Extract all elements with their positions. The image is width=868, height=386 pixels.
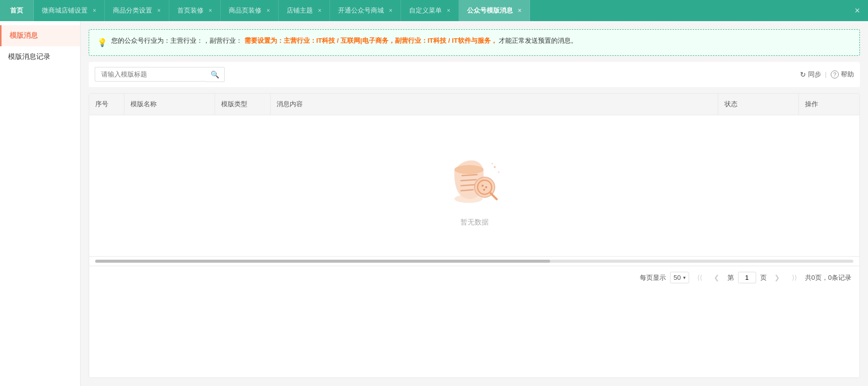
col-status: 状态 [718,94,799,115]
sidebar-item-template-msg[interactable]: 模版消息 [0,25,80,46]
scrollbar-track[interactable] [95,260,853,263]
svg-point-11 [483,189,485,191]
nav-tab-custom-menu[interactable]: 自定义菜单 × [401,0,459,21]
open-mall-label: 开通公众号商城 [338,6,384,15]
table-body-empty: 暂无数据 [89,115,859,256]
svg-line-8 [491,193,497,199]
empty-illustration [444,155,505,210]
search-row: 🔍 ↻ 同步 | ? 帮助 [89,62,860,87]
nav-tab-home-decor[interactable]: 首页装修 × [169,0,221,21]
close-shop-theme[interactable]: × [318,7,321,14]
bulb-icon: 💡 [97,36,107,49]
nav-tab-shop-theme[interactable]: 店铺主题 × [279,0,330,21]
table-header: 序号 模版名称 模版类型 消息内容 状态 操作 [89,94,859,115]
close-template-msg[interactable]: × [518,7,521,14]
pagination-row: 每页显示 50 ▾ ⟨⟨ ❮ 第 页 ❯ ⟩⟩ 共0页，0条记录 [89,266,859,289]
last-page-button[interactable]: ⟩⟩ [788,271,801,284]
top-nav: 首页 微商城店铺设置 × 商品分类设置 × 首页装修 × 商品页装修 × 店铺主… [0,0,868,21]
prev-page-button[interactable]: ❮ [710,271,723,284]
col-name: 模版名称 [124,94,215,115]
sync-label: 同步 [808,70,821,79]
close-category-settings[interactable]: × [157,7,161,14]
nav-tab-product-decor[interactable]: 商品页装修 × [221,0,279,21]
svg-point-12 [494,166,496,168]
table-wrapper: 序号 模版名称 模版类型 消息内容 状态 操作 [89,93,860,378]
close-custom-menu[interactable]: × [447,7,450,14]
notice-box: 💡 您的公众号行业为：主营行业：，副营行业： 需要设置为：主营行业：IT科技 /… [89,29,860,56]
home-tab-label: 首页 [10,6,23,15]
shop-theme-label: 店铺主题 [287,6,313,15]
nav-tab-open-mall[interactable]: 开通公众号商城 × [330,0,401,21]
search-button[interactable]: 🔍 [206,67,225,82]
sync-button[interactable]: ↻ 同步 [800,70,821,79]
nav-tab-template-msg[interactable]: 公众号模版消息 × [459,0,530,21]
nav-tab-home[interactable]: 首页 [0,0,34,21]
page-label: 第 [727,273,734,282]
close-open-mall[interactable]: × [389,7,392,14]
page-size-value: 50 [674,274,681,281]
col-type: 模版类型 [215,94,271,115]
svg-point-1 [454,165,484,174]
category-settings-label: 商品分类设置 [113,6,152,15]
svg-point-9 [482,185,484,187]
notice-text: 您的公众号行业为：主营行业：，副营行业： 需要设置为：主营行业：IT科技 / 互… [111,36,577,46]
template-msg-label: 公众号模版消息 [467,6,513,15]
sidebar-item-template-msg-log[interactable]: 模版消息记录 [0,46,80,67]
shop-settings-label: 微商城店铺设置 [42,6,88,15]
search-input[interactable] [95,67,206,82]
divider: | [825,70,827,78]
sync-icon: ↻ [800,70,806,79]
help-label: 帮助 [841,70,854,79]
main-content: 💡 您的公众号行业为：主营行业：，副营行业： 需要设置为：主营行业：IT科技 /… [81,21,868,386]
page-number-input[interactable] [738,272,756,283]
close-home-decor[interactable]: × [209,7,212,14]
col-action: 操作 [799,94,859,115]
help-icon: ? [831,70,839,79]
svg-point-10 [485,186,487,188]
svg-point-13 [498,171,499,173]
empty-text: 暂无数据 [460,218,489,227]
help-button[interactable]: ? 帮助 [831,70,854,79]
close-product-decor[interactable]: × [266,7,270,14]
sidebar: 模版消息 模版消息记录 [0,21,81,386]
nav-tab-category-settings[interactable]: 商品分类设置 × [105,0,169,21]
total-label: 共0页，0条记录 [805,273,851,282]
search-left: 🔍 [95,67,225,82]
page-size-label: 每页显示 [640,273,666,282]
scrollbar-thumb[interactable] [95,260,550,263]
product-decor-label: 商品页装修 [229,6,261,15]
nav-tab-shop-settings[interactable]: 微商城店铺设置 × [34,0,105,21]
sidebar-template-msg-label: 模版消息 [10,31,38,39]
col-index: 序号 [89,94,124,115]
search-icon: 🔍 [211,70,219,79]
home-decor-label: 首页装修 [177,6,204,15]
svg-point-14 [491,163,493,164]
search-right: ↻ 同步 | ? 帮助 [800,70,854,79]
page-size-select[interactable]: 50 ▾ [670,272,689,283]
page-unit: 页 [760,273,767,282]
custom-menu-label: 自定义菜单 [409,6,442,15]
next-page-button[interactable]: ❯ [771,271,784,284]
chevron-down-icon: ▾ [683,275,686,280]
notice-highlight: 需要设置为：主营行业：IT科技 / 互联网|电子商务，副营行业：IT科技 / I… [244,37,497,44]
scrollbar-row[interactable] [89,256,859,266]
col-content: 消息内容 [271,94,718,115]
first-page-button[interactable]: ⟨⟨ [693,271,706,284]
close-all-tabs-button[interactable]: × [846,6,868,16]
sidebar-template-msg-log-label: 模版消息记录 [8,52,50,60]
close-shop-settings[interactable]: × [93,7,96,14]
main-layout: 模版消息 模版消息记录 💡 您的公众号行业为：主营行业：，副营行业： 需要设置为… [0,21,868,386]
